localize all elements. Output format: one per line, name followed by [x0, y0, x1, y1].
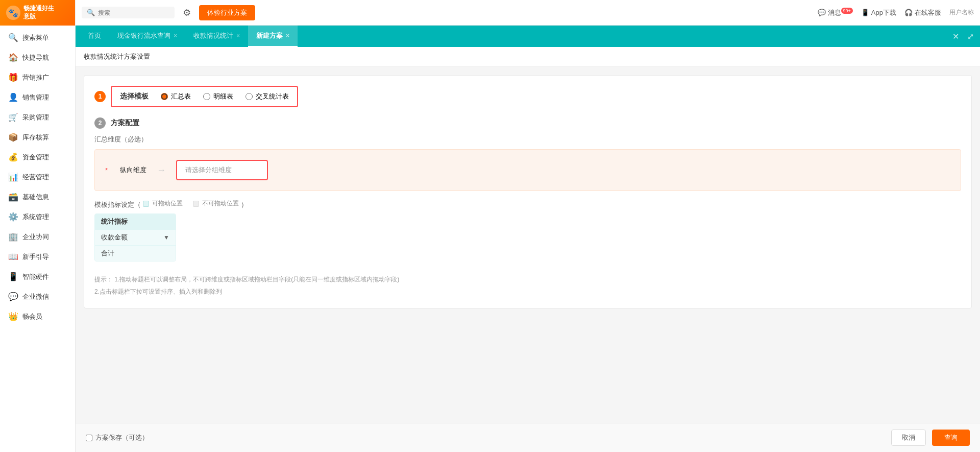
search-menu-icon: 🔍	[8, 33, 18, 42]
radio-detail-input[interactable]	[203, 93, 210, 100]
step1-label: 选择模板	[120, 92, 149, 101]
query-button[interactable]: 查询	[932, 430, 970, 446]
radio-detail[interactable]: 明细表	[203, 92, 233, 101]
topbar-right: 💬 消息 99+ 📱 App下载 🎧 在线客服 用户名称	[818, 8, 974, 17]
indicator-header: 模板指标设定（ 可拖动位置 不可拖动位置 ）	[94, 199, 961, 209]
indicator-row-2-label: 合计	[101, 249, 114, 258]
sidebar-item-quick-nav[interactable]: 🏠 快捷导航	[0, 47, 75, 67]
marketing-icon: 🎁	[8, 73, 18, 82]
step2-badge: 2	[94, 117, 106, 129]
wechat-icon: 💬	[8, 292, 18, 301]
expand-tab-icon[interactable]: ⤢	[965, 30, 976, 43]
sidebar-item-basic-info[interactable]: 🗃️ 基础信息	[0, 187, 75, 207]
sidebar-item-purchase[interactable]: 🛒 采购管理	[0, 107, 75, 127]
indicator-row-1-label: 收款金额	[101, 233, 128, 242]
sidebar-item-member[interactable]: 👑 畅会员	[0, 306, 75, 326]
tab-close-new-plan[interactable]: ×	[286, 32, 289, 39]
indicator-row-1[interactable]: 收款金额 ▼	[95, 229, 176, 245]
tip-line-1: 提示： 1.拖动标题栏可以调整布局，不可跨维度或指标区域拖动栏目字段(只能在同一…	[94, 273, 961, 286]
template-options: 选择模板 汇总表 明细表 交叉统计表	[111, 86, 298, 107]
dimension-section-label: 汇总维度（必选）	[94, 135, 961, 144]
sidebar-item-sales[interactable]: 👤 销售管理	[0, 87, 75, 107]
sidebar-item-marketing[interactable]: 🎁 营销推广	[0, 67, 75, 87]
tab-new-plan[interactable]: 新建方案 ×	[248, 26, 298, 47]
service-item[interactable]: 🎧 在线客服	[904, 8, 941, 17]
sidebar-item-inventory[interactable]: 📦 库存核算	[0, 127, 75, 147]
sidebar-item-guide[interactable]: 📖 新手引导	[0, 247, 75, 267]
guide-icon: 📖	[8, 252, 18, 261]
save-option[interactable]: 方案保存（可选）	[86, 433, 149, 442]
service-icon: 🎧	[904, 9, 913, 16]
tips-section: 提示： 1.拖动标题栏可以调整布局，不可跨维度或指标区域拖动栏目字段(只能在同一…	[94, 273, 961, 298]
vertical-dim-label: 纵向维度	[120, 165, 146, 175]
logo-icon: 🐾	[6, 6, 20, 20]
cancel-button[interactable]: 取消	[891, 430, 926, 446]
notification-badge: 99+	[841, 8, 853, 14]
radio-cross[interactable]: 交叉统计表	[246, 92, 289, 101]
step1-row: 1 选择模板 汇总表 明细表 交叉统计表	[94, 86, 961, 107]
sidebar-item-enterprise[interactable]: 🏢 企业协同	[0, 227, 75, 247]
indicator-table-header: 统计指标	[95, 214, 176, 229]
search-icon: 🔍	[87, 9, 95, 16]
page-header: 收款情况统计方案设置	[76, 47, 980, 67]
step2-row: 2 方案配置	[94, 117, 961, 129]
close-tab-icon[interactable]: ✕	[950, 30, 961, 43]
tab-bank-flow[interactable]: 现金银行流水查询 ×	[109, 26, 185, 47]
system-icon: ⚙️	[8, 212, 18, 222]
sidebar-item-finance[interactable]: 💰 资金管理	[0, 147, 75, 167]
operations-icon: 📊	[8, 172, 18, 182]
fixed-dot	[193, 201, 199, 207]
demo-button[interactable]: 体验行业方案	[199, 5, 255, 20]
sidebar: 🐾 畅捷通好生 意版 🔍 搜索菜单 🏠 快捷导航 🎁 营销推广 👤 销售管理 🛒…	[0, 0, 76, 452]
tab-collect-stats[interactable]: 收款情况统计 ×	[185, 26, 248, 47]
movable-dot	[143, 201, 149, 207]
search-box[interactable]: 🔍	[82, 7, 175, 18]
inventory-icon: 📦	[8, 132, 18, 142]
tabbar-actions: ✕ ⤢	[950, 26, 976, 47]
legend-fixed: 不可拖动位置	[193, 199, 239, 208]
save-checkbox[interactable]	[86, 435, 92, 441]
sidebar-item-wechat[interactable]: 💬 企业微信	[0, 287, 75, 306]
step2-label: 方案配置	[111, 118, 139, 128]
radio-cross-input[interactable]	[246, 93, 253, 100]
logo-text: 畅捷通好生 意版	[23, 5, 54, 20]
sidebar-item-search-menu[interactable]: 🔍 搜索菜单	[0, 28, 75, 47]
indicator-row-2: 合计	[95, 245, 176, 261]
content-area: 收款情况统计方案设置 1 选择模板 汇总表 明细表	[76, 47, 980, 423]
dim-select-box[interactable]: 请选择分组维度	[176, 160, 268, 180]
notification-item[interactable]: 💬 消息 99+	[818, 8, 853, 17]
sales-icon: 👤	[8, 92, 18, 102]
tab-close-collect-stats[interactable]: ×	[236, 32, 240, 39]
download-icon: 📱	[861, 9, 869, 16]
page-footer: 方案保存（可选） 取消 查询	[76, 423, 980, 452]
sidebar-item-smart-hw[interactable]: 📱 智能硬件	[0, 267, 75, 287]
step1-badge: 1	[94, 91, 106, 102]
dimension-area: * 纵向维度 → 请选择分组维度	[94, 149, 961, 191]
settings-icon[interactable]: ⚙	[181, 5, 193, 20]
purchase-icon: 🛒	[8, 112, 18, 122]
user-name: 用户名称	[949, 8, 974, 17]
required-star: *	[105, 166, 108, 174]
breadcrumb: 收款情况统计方案设置	[84, 53, 150, 60]
member-icon: 👑	[8, 312, 18, 321]
radio-summary-input[interactable]	[161, 93, 168, 100]
radio-summary[interactable]: 汇总表	[161, 92, 191, 101]
footer-actions: 取消 查询	[891, 430, 970, 446]
indicator-table: 统计指标 收款金额 ▼ 合计	[94, 213, 176, 261]
notification-icon: 💬	[818, 9, 826, 16]
sidebar-logo: 🐾 畅捷通好生 意版	[0, 0, 75, 26]
sidebar-nav: 🔍 搜索菜单 🏠 快捷导航 🎁 营销推广 👤 销售管理 🛒 采购管理 📦 库存核…	[0, 26, 75, 452]
sidebar-item-operations[interactable]: 📊 经营管理	[0, 167, 75, 187]
section-card: 1 选择模板 汇总表 明细表 交叉统计表	[84, 75, 972, 308]
topbar: 🔍 ⚙ 体验行业方案 💬 消息 99+ 📱 App下载 🎧 在线客服 用户名称	[76, 0, 980, 26]
tabbar: 首页 现金银行流水查询 × 收款情况统计 × 新建方案 × ✕ ⤢	[76, 26, 980, 47]
main-area: 🔍 ⚙ 体验行业方案 💬 消息 99+ 📱 App下载 🎧 在线客服 用户名称 …	[76, 0, 980, 452]
legend-movable: 可拖动位置	[143, 199, 183, 208]
indicator-dropdown-icon[interactable]: ▼	[163, 234, 169, 241]
sidebar-item-system[interactable]: ⚙️ 系统管理	[0, 207, 75, 227]
search-input[interactable]	[98, 9, 169, 16]
step2-section: 2 方案配置 汇总维度（必选） * 纵向维度 → 请选择分组维度	[94, 117, 961, 298]
tab-close-bank-flow[interactable]: ×	[174, 32, 177, 39]
tab-home[interactable]: 首页	[80, 26, 109, 47]
download-item[interactable]: 📱 App下载	[861, 8, 896, 17]
